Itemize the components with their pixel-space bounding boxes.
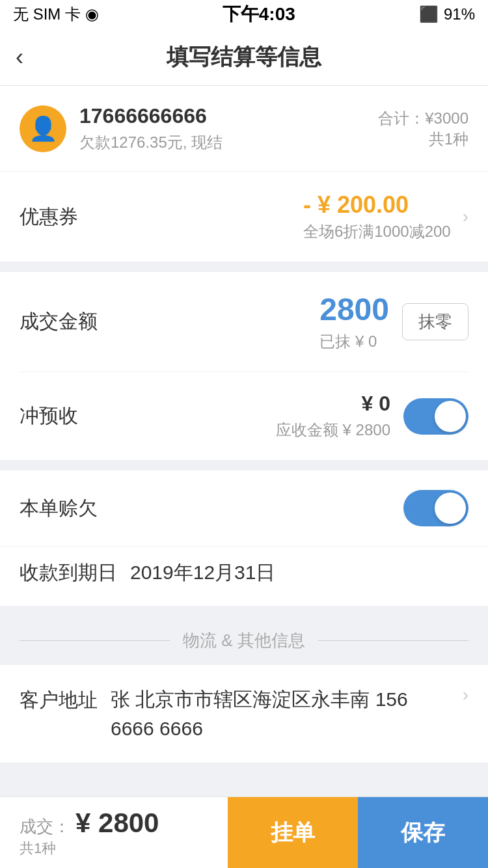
coupon-row[interactable]: 优惠券 - ¥ 200.00 全场6折满1000减200 › <box>0 171 488 262</box>
due-date-label: 收款到期日 <box>20 560 117 586</box>
coupon-value: - ¥ 200.00 全场6折满1000减200 <box>303 191 451 242</box>
customer-section: 👤 17666666666 欠款1276.35元, 现结 合计：¥3000 共1… <box>0 86 488 262</box>
status-right: ⬛ 91% <box>419 5 475 23</box>
status-bar: 无 SIM 卡 ◉ 下午4:03 ⬛ 91% <box>0 0 488 29</box>
credit-toggle-knob <box>435 493 466 524</box>
total-label: 合计：¥3000 <box>378 108 468 129</box>
bottom-bar: 成交： ¥ 2800 共1种 挂单 保存 <box>0 796 488 868</box>
total-count: 共1种 <box>378 129 468 150</box>
prepay-right: ¥ 0 应收金额 ¥ 2800 <box>276 392 468 441</box>
status-left: 无 SIM 卡 ◉ <box>13 4 99 25</box>
prepay-toggle[interactable] <box>403 398 468 435</box>
coupon-label: 优惠券 <box>20 204 78 230</box>
customer-subtext: 欠款1276.35元, 现结 <box>79 132 223 153</box>
customer-left: 👤 17666666666 欠款1276.35元, 现结 <box>20 104 223 153</box>
prepay-label: 冲预收 <box>20 403 78 429</box>
bottom-spacer-bg <box>0 763 488 789</box>
address-text: 张 北京市市辖区海淀区永丰南 156 6666 6666 <box>111 685 444 743</box>
deal-sub: 已抹 ¥ 0 <box>319 331 389 352</box>
sep-line-left <box>20 640 170 641</box>
credit-row: 本单赊欠 <box>0 470 488 546</box>
coupon-amount: - ¥ 200.00 <box>303 191 451 219</box>
bottom-deal-row: 成交： ¥ 2800 <box>20 807 208 839</box>
deal-right: 2800 已抹 ¥ 0 抹零 <box>319 292 468 352</box>
status-time: 下午4:03 <box>223 2 295 27</box>
coupon-detail: 全场6折满1000减200 <box>303 221 451 242</box>
avatar: 👤 <box>20 105 66 152</box>
amount-section: 成交金额 2800 已抹 ¥ 0 抹零 冲预收 ¥ 0 应收金额 ¥ 2800 <box>0 272 488 460</box>
nav-bar: ‹ 填写结算等信息 <box>0 29 488 86</box>
bottom-count: 共1种 <box>20 839 208 858</box>
customer-row: 👤 17666666666 欠款1276.35元, 现结 合计：¥3000 共1… <box>0 86 488 171</box>
customer-right: 合计：¥3000 共1种 <box>378 108 468 150</box>
round-button[interactable]: 抹零 <box>402 303 468 340</box>
prepay-sub: 应收金额 ¥ 2800 <box>276 420 390 441</box>
address-row[interactable]: 客户地址 张 北京市市辖区海淀区永丰南 156 6666 6666 › <box>0 665 488 763</box>
prepay-row: 冲预收 ¥ 0 应收金额 ¥ 2800 <box>20 372 468 460</box>
deal-label: 成交金额 <box>20 308 98 335</box>
page-title: 填写结算等信息 <box>167 42 321 72</box>
deal-value-wrap: 2800 已抹 ¥ 0 <box>319 292 389 352</box>
battery-percent: 91% <box>444 5 475 23</box>
address-chevron: › <box>463 685 468 705</box>
customer-info: 17666666666 欠款1276.35元, 现结 <box>79 104 223 153</box>
due-date-row: 收款到期日 2019年12月31日 <box>0 546 488 606</box>
logistics-separator: 物流 & 其他信息 <box>0 616 488 665</box>
avatar-icon: 👤 <box>29 115 58 142</box>
credit-label: 本单赊欠 <box>20 495 98 522</box>
bottom-amount: ¥ 2800 <box>75 807 159 839</box>
coupon-right: - ¥ 200.00 全场6折满1000减200 › <box>303 191 468 242</box>
back-button[interactable]: ‹ <box>16 44 23 71</box>
bottom-left: 成交： ¥ 2800 共1种 <box>0 807 228 858</box>
credit-toggle[interactable] <box>403 490 468 526</box>
sep-line-right <box>318 640 468 641</box>
prepay-amount: ¥ 0 <box>276 392 390 416</box>
due-date-value: 2019年12月31日 <box>130 560 275 586</box>
save-button[interactable]: 保存 <box>358 797 488 869</box>
deal-amount-row: 成交金额 2800 已抹 ¥ 0 抹零 <box>20 272 468 372</box>
hold-button[interactable]: 挂单 <box>228 797 358 869</box>
customer-phone: 17666666666 <box>79 104 223 128</box>
bottom-deal-label: 成交： <box>20 815 70 838</box>
prepay-value-wrap: ¥ 0 应收金额 ¥ 2800 <box>276 392 390 441</box>
separator-text: 物流 & 其他信息 <box>183 629 305 652</box>
credit-section: 本单赊欠 收款到期日 2019年12月31日 <box>0 470 488 606</box>
battery-icon: ⬛ <box>419 5 439 23</box>
carrier-text: 无 SIM 卡 ◉ <box>13 4 99 25</box>
deal-amount: 2800 <box>319 292 389 327</box>
address-label: 客户地址 <box>20 685 98 714</box>
coupon-chevron: › <box>463 206 468 227</box>
toggle-knob <box>435 401 466 432</box>
